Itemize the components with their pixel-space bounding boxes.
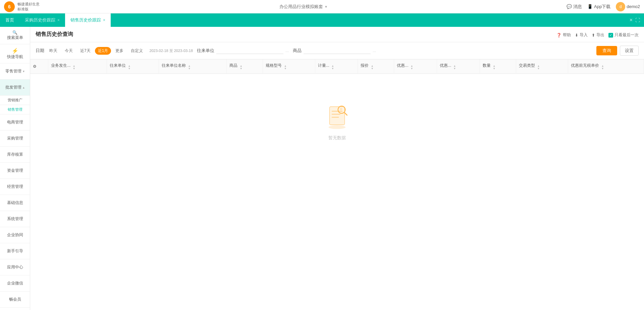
col-unit[interactable]: 计量... ▲▼ — [315, 59, 358, 74]
tab-sales-label: 销售历史价跟踪 — [70, 17, 101, 23]
sidebar-item-member[interactable]: 畅会员 — [0, 292, 30, 308]
only-last-checkbox[interactable]: ✓ 只看最后一次 — [608, 32, 639, 38]
settings-icon[interactable]: ⚙ — [33, 64, 37, 69]
account-selector[interactable]: 办公用品行业模拟账套 ▾ — [279, 4, 327, 10]
partner-input[interactable] — [216, 47, 283, 54]
shortcut-icon: ⚡ — [12, 48, 18, 54]
mobile-icon: 📱 — [587, 4, 593, 9]
date-btn-custom[interactable]: 自定义 — [128, 47, 146, 55]
sidebar-item-sales-mgmt[interactable]: 销售管理 — [0, 105, 30, 114]
col-quote[interactable]: 报价 ▲▼ — [358, 59, 394, 74]
topbar-left: 6 畅捷通好生意 标准版 — [4, 1, 40, 12]
sidebar-label-operations: 经营管理 — [7, 184, 23, 190]
empty-state: 暂无数据 — [30, 74, 644, 168]
sidebar: 🔍 搜索菜单 ⚡ 快捷导航 零售管理 ▾ 批发管理 ▴ 营销推广 销售管理 电商… — [0, 27, 30, 310]
export-button[interactable]: ⬆ 导出 — [592, 32, 604, 38]
tab-sales[interactable]: 销售历史价跟踪 × — [65, 13, 111, 27]
sidebar-label-shortcut: 快捷导航 — [7, 54, 23, 60]
sidebar-item-marketing[interactable]: 营销推广 — [0, 96, 30, 105]
col-product[interactable]: 商品 ▲▼ — [227, 59, 263, 74]
close-purchase-tab-icon[interactable]: × — [57, 18, 60, 22]
tab-home[interactable]: 首页 — [0, 13, 19, 27]
sidebar-item-enterprise[interactable]: 企业协同 — [0, 227, 30, 243]
col-qty[interactable]: 数量 ▲▼ — [480, 59, 516, 74]
sidebar-item-app-center[interactable]: 应用中心 — [0, 259, 30, 275]
tab-home-label: 首页 — [5, 17, 14, 23]
date-btn-more[interactable]: 更多 — [112, 47, 126, 55]
app-download-button[interactable]: 📱 App下载 — [587, 4, 610, 10]
main-layout: 🔍 搜索菜单 ⚡ 快捷导航 零售管理 ▾ 批发管理 ▴ 营销推广 销售管理 电商… — [0, 27, 644, 310]
export-icon: ⬆ — [592, 33, 595, 38]
col-trade-type[interactable]: 交易类型 ▲▼ — [516, 59, 568, 74]
date-btn-yesterday[interactable]: 昨天 — [46, 47, 60, 55]
sort-icon-product: ▲▼ — [240, 65, 243, 70]
table-container: ⚙ 业务发生... ▲▼ 往来单位 ▲▼ 往来单位名称 ▲▼ — [30, 59, 644, 310]
tabbar: 首页 采购历史价跟踪 × 销售历史价跟踪 × × ⛶ — [0, 13, 644, 27]
col-partner-code[interactable]: 往来单位 ▲▼ — [107, 59, 159, 74]
sidebar-item-guide[interactable]: 新手引导 — [0, 243, 30, 259]
col-biz-date[interactable]: 业务发生... ▲▼ — [48, 59, 107, 74]
help-button[interactable]: ❓ 帮助 — [556, 32, 571, 38]
col-pretax-price[interactable]: 优惠前无税单价 ▲▼ — [568, 59, 644, 74]
date-btn-today[interactable]: 今天 — [62, 47, 76, 55]
sidebar-item-retail[interactable]: 零售管理 ▾ — [0, 63, 30, 80]
page-toolbar: ❓ 帮助 ⬇ 导入 ⬆ 导出 ✓ 只看最后一次 — [556, 32, 639, 38]
product-filter: 商品 ... — [293, 47, 376, 54]
sidebar-item-wholesale[interactable]: 批发管理 ▴ — [0, 80, 30, 96]
sidebar-item-system[interactable]: 系统管理 — [0, 211, 30, 227]
account-label: 办公用品行业模拟账套 — [279, 4, 323, 10]
wholesale-header: 批发管理 ▴ — [1, 85, 29, 90]
sidebar-item-finance[interactable]: 资金管理 — [0, 163, 30, 179]
user-menu-button[interactable]: d demo2 — [616, 2, 640, 11]
svg-point-7 — [340, 108, 342, 110]
sort-icon-pretax-price: ▲▼ — [601, 65, 604, 70]
sidebar-item-ecommerce[interactable]: 电商管理 — [0, 114, 30, 131]
tabbar-actions: × ⛶ — [630, 17, 644, 23]
date-options: 昨天 今天 近7天 近1月 更多 自定义 — [46, 47, 146, 55]
message-icon: 💬 — [567, 4, 572, 9]
sidebar-label-search: 搜索菜单 — [7, 35, 23, 41]
page-title: 销售历史价查询 — [36, 31, 73, 38]
data-table: ⚙ 业务发生... ▲▼ 往来单位 ▲▼ 往来单位名称 ▲▼ — [30, 59, 644, 74]
sidebar-item-basic-info[interactable]: 基础信息 — [0, 195, 30, 211]
col-discount2[interactable]: 优惠... ▲▼ — [437, 59, 480, 74]
query-button[interactable]: 查询 — [596, 46, 617, 55]
sort-icon-biz-date: ▲▼ — [73, 65, 75, 70]
tab-purchase[interactable]: 采购历史价跟踪 × — [19, 13, 65, 27]
sidebar-label-purchase-mgmt: 采购管理 — [7, 136, 23, 141]
sidebar-label-retail: 零售管理 — [5, 68, 21, 74]
sidebar-label-wholesale: 批发管理 — [5, 85, 21, 90]
sort-icon-trade-type: ▲▼ — [537, 65, 540, 70]
help-icon: ❓ — [556, 33, 561, 38]
message-button[interactable]: 💬 消息 — [567, 4, 582, 10]
sidebar-item-operations[interactable]: 经营管理 — [0, 179, 30, 195]
expand-button[interactable]: ⛶ — [635, 17, 640, 23]
import-button[interactable]: ⬇ 导入 — [575, 32, 588, 38]
sidebar-label-finance: 资金管理 — [7, 168, 23, 173]
product-input[interactable] — [304, 47, 371, 54]
sidebar-item-search[interactable]: 🔍 搜索菜单 — [0, 27, 30, 44]
settings-button[interactable]: 设置 — [620, 46, 639, 56]
date-btn-7days[interactable]: 近7天 — [77, 47, 94, 55]
col-spec[interactable]: 规格型号 ▲▼ — [263, 59, 315, 74]
svg-point-0 — [329, 125, 345, 129]
partner-label: 往来单位 — [197, 48, 214, 54]
sidebar-label-system: 系统管理 — [7, 216, 23, 222]
col-partner-name[interactable]: 往来单位名称 ▲▼ — [159, 59, 227, 74]
empty-illustration — [322, 101, 352, 131]
col-discount1[interactable]: 优惠... ▲▼ — [394, 59, 437, 74]
sort-icon-partner-name: ▲▼ — [188, 65, 191, 70]
close-sales-tab-icon[interactable]: × — [103, 18, 105, 22]
close-all-tabs-button[interactable]: × — [630, 17, 633, 23]
partner-ellipsis: ... — [285, 48, 289, 53]
date-btn-1month[interactable]: 近1月 — [95, 47, 111, 55]
sort-icon-partner-code: ▲▼ — [128, 65, 130, 70]
col-settings[interactable]: ⚙ — [30, 59, 48, 74]
sort-icon-unit: ▲▼ — [331, 65, 334, 70]
sidebar-item-shortcut[interactable]: ⚡ 快捷导航 — [0, 44, 30, 63]
sort-icon-spec: ▲▼ — [284, 65, 287, 70]
chevron-up-icon: ▴ — [23, 86, 24, 89]
sidebar-item-wechat[interactable]: 企业微信 — [0, 275, 30, 292]
sidebar-item-inventory[interactable]: 库存核算 — [0, 147, 30, 163]
sidebar-item-purchase-mgmt[interactable]: 采购管理 — [0, 131, 30, 147]
